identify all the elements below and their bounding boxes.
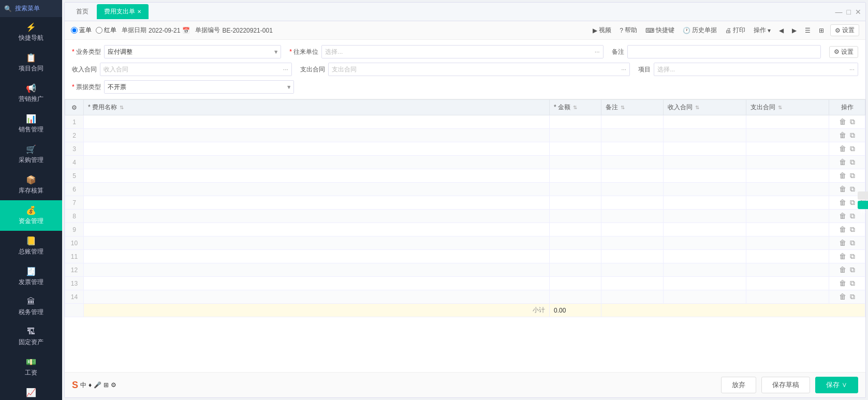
counterparty-input[interactable]: 选择... ··· bbox=[321, 45, 603, 58]
project-input[interactable]: 选择... ··· bbox=[654, 63, 858, 76]
income-contract-input[interactable]: 收入合同 ··· bbox=[100, 63, 292, 76]
radio-blue-label[interactable]: 蓝单 bbox=[71, 26, 92, 35]
sidebar-item-purchase[interactable]: 🛒采购管理 bbox=[0, 139, 62, 170]
cell-income-contract[interactable] bbox=[664, 250, 746, 263]
radio-red-label[interactable]: 红单 bbox=[96, 26, 116, 35]
cell-amount[interactable] bbox=[550, 183, 601, 196]
number-value[interactable]: BE-20220921-001 bbox=[222, 27, 272, 34]
cell-expense-name[interactable] bbox=[84, 115, 550, 129]
delete-btn-4[interactable]: 🗑 bbox=[838, 158, 847, 166]
nav-right-btn[interactable]: ▶ bbox=[790, 26, 799, 35]
delete-btn-12[interactable]: 🗑 bbox=[838, 265, 847, 274]
cell-amount[interactable] bbox=[550, 223, 601, 236]
cell-expense-name[interactable] bbox=[84, 277, 550, 290]
cell-income-contract[interactable] bbox=[664, 142, 746, 156]
cell-remark[interactable] bbox=[601, 115, 664, 129]
history-btn[interactable]: 🕐 历史单据 bbox=[681, 25, 719, 36]
cell-expense-contract[interactable] bbox=[746, 263, 829, 277]
sidebar-search[interactable]: 🔍 搜索菜单 bbox=[0, 0, 62, 17]
cell-expense-contract[interactable] bbox=[746, 142, 829, 156]
cell-remark[interactable] bbox=[601, 142, 664, 156]
cell-remark[interactable] bbox=[601, 290, 664, 304]
cell-expense-contract[interactable] bbox=[746, 129, 829, 142]
th-expense-contract[interactable]: 支出合同 ⇅ bbox=[746, 100, 829, 115]
maximize-btn[interactable]: □ bbox=[847, 8, 851, 16]
cell-income-contract[interactable] bbox=[664, 196, 746, 210]
copy-btn-2[interactable]: ⧉ bbox=[849, 131, 856, 140]
delete-btn-2[interactable]: 🗑 bbox=[838, 131, 847, 139]
delete-btn-9[interactable]: 🗑 bbox=[838, 225, 847, 233]
expense-contract-input[interactable]: 支出合同 ··· bbox=[328, 63, 630, 76]
copy-btn-3[interactable]: ⧉ bbox=[849, 144, 856, 153]
cell-amount[interactable] bbox=[550, 210, 601, 223]
project-dots[interactable]: ··· bbox=[849, 66, 855, 73]
cell-expense-contract[interactable] bbox=[746, 156, 829, 169]
sidebar-item-ledger[interactable]: 📒总账管理 bbox=[0, 231, 62, 261]
cell-amount[interactable] bbox=[550, 196, 601, 210]
cell-income-contract[interactable] bbox=[664, 263, 746, 277]
sidebar-item-assets[interactable]: 🏗固定资产 bbox=[0, 322, 62, 352]
cell-expense-name[interactable] bbox=[84, 290, 550, 304]
cell-expense-name[interactable] bbox=[84, 236, 550, 250]
cell-remark[interactable] bbox=[601, 210, 664, 223]
copy-btn-13[interactable]: ⧉ bbox=[849, 279, 856, 288]
cell-remark[interactable] bbox=[601, 169, 664, 183]
cell-expense-name[interactable] bbox=[84, 210, 550, 223]
cell-expense-name[interactable] bbox=[84, 223, 550, 236]
sidebar-item-capital[interactable]: 💰资金管理 bbox=[0, 200, 62, 231]
cell-amount[interactable] bbox=[550, 290, 601, 304]
expense-contract-dots[interactable]: ··· bbox=[621, 66, 626, 73]
cell-expense-contract[interactable] bbox=[746, 223, 829, 236]
minimize-btn[interactable]: — bbox=[835, 8, 843, 16]
close-btn[interactable]: ✕ bbox=[855, 8, 861, 16]
cell-remark[interactable] bbox=[601, 223, 664, 236]
operation-btn[interactable]: 操作 ▾ bbox=[752, 25, 773, 36]
cell-amount[interactable] bbox=[550, 156, 601, 169]
cell-income-contract[interactable] bbox=[664, 210, 746, 223]
radio-blue[interactable] bbox=[71, 27, 78, 34]
delete-btn-11[interactable]: 🗑 bbox=[838, 252, 847, 260]
cell-amount[interactable] bbox=[550, 169, 601, 183]
edge-tab-attachment[interactable]: 附 bbox=[858, 191, 868, 200]
cell-income-contract[interactable] bbox=[664, 115, 746, 129]
discard-btn[interactable]: 放弃 bbox=[721, 377, 756, 393]
sidebar-item-sales[interactable]: 📊销售管理 bbox=[0, 109, 62, 139]
video-btn[interactable]: ▶ 视频 bbox=[591, 25, 613, 36]
cell-amount[interactable] bbox=[550, 277, 601, 290]
cell-amount[interactable] bbox=[550, 129, 601, 142]
income-contract-dots[interactable]: ··· bbox=[283, 66, 288, 73]
cell-remark[interactable] bbox=[601, 156, 664, 169]
cell-expense-name[interactable] bbox=[84, 250, 550, 263]
delete-btn-3[interactable]: 🗑 bbox=[838, 144, 847, 153]
sidebar-item-operations[interactable]: 📈经营管理 bbox=[0, 382, 62, 400]
th-expense-name[interactable]: * 费用名称 ⇅ bbox=[84, 100, 550, 115]
cell-expense-contract[interactable] bbox=[746, 290, 829, 304]
form-settings-btn[interactable]: ⚙ 设置 bbox=[829, 46, 858, 58]
shortcut-btn[interactable]: ⌨ 快捷键 bbox=[643, 25, 676, 36]
sidebar-item-tax[interactable]: 🏛税务管理 bbox=[0, 292, 62, 322]
delete-btn-5[interactable]: 🗑 bbox=[838, 171, 847, 180]
cell-amount[interactable] bbox=[550, 250, 601, 263]
sidebar-item-marketing[interactable]: 📢营销推广 bbox=[0, 78, 62, 109]
delete-btn-8[interactable]: 🗑 bbox=[838, 212, 847, 220]
cell-income-contract[interactable] bbox=[664, 277, 746, 290]
cell-expense-name[interactable] bbox=[84, 129, 550, 142]
counterparty-dots[interactable]: ··· bbox=[595, 48, 600, 55]
business-type-input[interactable]: 应付调整 ▾ bbox=[104, 45, 281, 58]
settings-btn[interactable]: ⚙ 设置 bbox=[830, 24, 859, 36]
sidebar-item-invoice[interactable]: 🧾发票管理 bbox=[0, 261, 62, 292]
copy-btn-14[interactable]: ⧉ bbox=[849, 292, 856, 301]
tab-expense[interactable]: 费用支出单✕ bbox=[97, 4, 149, 19]
cell-amount[interactable] bbox=[550, 142, 601, 156]
tab-close-expense[interactable]: ✕ bbox=[137, 9, 141, 14]
copy-btn-8[interactable]: ⧉ bbox=[849, 212, 856, 220]
cell-income-contract[interactable] bbox=[664, 169, 746, 183]
calendar-icon[interactable]: 📅 bbox=[182, 27, 190, 34]
cell-income-contract[interactable] bbox=[664, 236, 746, 250]
cell-amount[interactable] bbox=[550, 263, 601, 277]
cell-expense-name[interactable] bbox=[84, 169, 550, 183]
cell-remark[interactable] bbox=[601, 277, 664, 290]
cell-expense-contract[interactable] bbox=[746, 196, 829, 210]
cell-income-contract[interactable] bbox=[664, 129, 746, 142]
cell-remark[interactable] bbox=[601, 183, 664, 196]
